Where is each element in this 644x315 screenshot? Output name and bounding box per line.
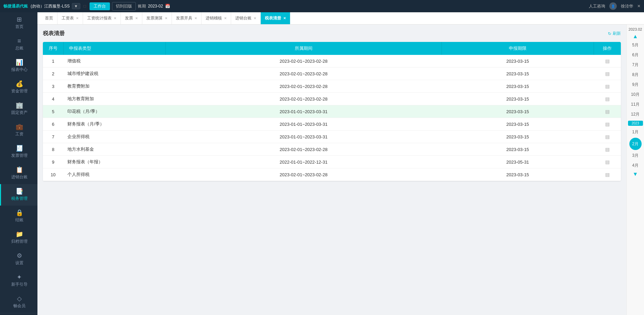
tab-purchase-ledger-close[interactable]: ✕	[254, 16, 256, 20]
tab-purchase-ledger-label: 进销台账	[235, 15, 252, 21]
app-logo: 畅捷通易代账	[3, 3, 28, 9]
sidebar-item-report[interactable]: 📊 报表中心	[0, 55, 37, 77]
cal-month-jan[interactable]: 1月	[628, 128, 643, 136]
guide-icon: ✦	[17, 274, 22, 280]
action-icon-5[interactable]: ▤	[605, 121, 610, 127]
cell-deadline-8: 2023-05-31	[442, 156, 594, 168]
cell-no-2: 3	[43, 80, 63, 93]
cell-deadline-0: 2023-03-15	[442, 55, 594, 68]
cal-month-10[interactable]: 10月	[628, 90, 643, 99]
cal-month-8[interactable]: 8月	[628, 71, 643, 79]
tab-invoice-label: 发票	[125, 15, 133, 21]
cal-month-12[interactable]: 12月	[628, 110, 643, 119]
tab-tax-register-close[interactable]: ✕	[283, 16, 286, 20]
sidebar-item-salary[interactable]: 💼 工资	[0, 120, 37, 141]
action-icon-8[interactable]: ▤	[605, 159, 610, 165]
cell-action-3[interactable]: ▤	[594, 93, 621, 105]
action-icon-4[interactable]: ▤	[605, 109, 610, 114]
cell-action-2[interactable]: ▤	[594, 80, 621, 93]
tab-salary-stats-close[interactable]: ✕	[114, 16, 116, 20]
ledger-icon: ≡	[17, 38, 21, 44]
cell-action-7[interactable]: ▤	[594, 143, 621, 156]
cal-month-feb-active[interactable]: 2月	[629, 138, 642, 150]
table-row: 6 财务报表（月/季） 2023-01-01~2023-03-31 2023-0…	[43, 118, 621, 131]
tab-invoice-calc[interactable]: 发票测算 ✕	[142, 12, 172, 25]
company-dropdown[interactable]: ▼	[72, 3, 80, 9]
tab-salary-table-close[interactable]: ✕	[76, 16, 79, 20]
tab-salary-table[interactable]: 工资表 ✕	[58, 12, 83, 25]
cell-action-8[interactable]: ▤	[594, 156, 621, 168]
main-layout: ⊞ 首页 ≡ 总账 📊 报表中心 💰 资金管理 🏢 固定资产 💼 工资 🧾 发票…	[0, 12, 644, 315]
switch-old-button[interactable]: 切到旧版	[112, 2, 136, 11]
action-icon-6[interactable]: ▤	[605, 134, 610, 139]
action-icon-3[interactable]: ▤	[605, 96, 610, 102]
cell-action-1[interactable]: ▤	[594, 68, 621, 80]
sidebar-item-settings[interactable]: ⚙ 设置	[0, 249, 37, 270]
tab-purchase-ledger[interactable]: 进销台账 ✕	[231, 12, 261, 25]
cal-month-6[interactable]: 6月	[628, 51, 643, 59]
tab-tax-register-label: 税表清册	[265, 15, 281, 21]
sidebar-item-fixed-assets[interactable]: 🏢 固定资产	[0, 98, 37, 120]
action-icon-1[interactable]: ▤	[605, 71, 610, 76]
tab-salary-stats-label: 工资统计报表	[87, 15, 112, 21]
close-icon[interactable]: ✕	[637, 4, 641, 9]
tab-home[interactable]: 首页	[41, 12, 58, 25]
sidebar-label-purchase-sales: 进销台账	[11, 174, 28, 180]
tab-invoice-calc-close[interactable]: ✕	[165, 16, 167, 20]
table-row: 3 教育费附加 2023-02-01~2023-02-28 2023-03-15…	[43, 80, 621, 93]
sidebar-item-home[interactable]: ⊞ 首页	[0, 12, 37, 34]
cell-action-6[interactable]: ▤	[594, 131, 621, 143]
sidebar-item-guide[interactable]: ✦ 新手引导	[0, 270, 37, 291]
tab-invoice[interactable]: 发票 ✕	[121, 12, 142, 25]
sidebar-label-ledger: 总账	[15, 45, 23, 51]
action-icon-2[interactable]: ▤	[605, 84, 610, 89]
cell-action-4[interactable]: ▤	[594, 105, 621, 118]
calendar-up-button[interactable]: ▲	[632, 33, 639, 40]
cal-month-mar[interactable]: 3月	[628, 151, 643, 160]
cell-type-5: 财务报表（月/季）	[63, 118, 165, 131]
sidebar-item-archive[interactable]: 📁 归档管理	[0, 227, 37, 249]
cell-deadline-9: 2023-03-15	[442, 168, 594, 181]
action-icon-7[interactable]: ▤	[605, 147, 610, 152]
sidebar: ⊞ 首页 ≡ 总账 📊 报表中心 💰 资金管理 🏢 固定资产 💼 工资 🧾 发票…	[0, 12, 37, 315]
sidebar-label-capital: 资金管理	[11, 88, 28, 94]
cal-month-apr[interactable]: 4月	[628, 161, 643, 170]
tab-invoice-issue[interactable]: 发票开具 ✕	[172, 12, 202, 25]
sidebar-label-invoice-mgmt: 发票管理	[11, 153, 28, 159]
tab-tax-register[interactable]: 税表清册 ✕	[261, 12, 290, 25]
content-area: 首页 工资表 ✕ 工资统计报表 ✕ 发票 ✕ 发票测算 ✕ 发票开具 ✕	[37, 12, 644, 315]
workbench-button[interactable]: 工作台	[90, 2, 110, 10]
cell-action-0[interactable]: ▤	[594, 55, 621, 68]
sidebar-item-ledger[interactable]: ≡ 总账	[0, 34, 37, 55]
sidebar-item-capital[interactable]: 💰 资金管理	[0, 77, 37, 98]
cancel-fixed-button[interactable]: ⊞ 取消固定	[0, 313, 37, 315]
refresh-button[interactable]: ↻ 刷新	[608, 31, 621, 36]
cell-period-4: 2023-01-01~2023-03-31	[165, 105, 442, 118]
cal-month-5[interactable]: 5月	[628, 41, 643, 49]
cell-action-9[interactable]: ▤	[594, 168, 621, 181]
sidebar-label-member: 畅会员	[13, 303, 26, 309]
calendar-down-button[interactable]: ▼	[632, 170, 639, 178]
sidebar-item-purchase-sales[interactable]: 📋 进销台账	[0, 163, 37, 184]
tab-purchase-check-close[interactable]: ✕	[224, 16, 227, 20]
tab-invoice-issue-close[interactable]: ✕	[194, 16, 197, 20]
cell-no-4: 5	[43, 105, 63, 118]
action-icon-0[interactable]: ▤	[605, 58, 610, 64]
cell-deadline-3: 2023-03-15	[442, 93, 594, 105]
year-2023-label[interactable]: 2023	[628, 121, 643, 126]
cal-month-9[interactable]: 9月	[628, 80, 643, 89]
capital-icon: 💰	[16, 81, 23, 87]
tab-invoice-close[interactable]: ✕	[135, 16, 138, 20]
action-icon-9[interactable]: ▤	[605, 172, 610, 177]
tab-salary-stats[interactable]: 工资统计报表 ✕	[83, 12, 121, 25]
tab-purchase-check[interactable]: 进销稽核 ✕	[202, 12, 231, 25]
sidebar-item-invoice-mgmt[interactable]: 🧾 发票管理	[0, 141, 37, 163]
cell-action-5[interactable]: ▤	[594, 118, 621, 131]
calendar-icon[interactable]: 📅	[165, 4, 170, 9]
cal-month-7[interactable]: 7月	[628, 61, 643, 69]
cal-month-11[interactable]: 11月	[628, 100, 643, 109]
human-consult[interactable]: 人工咨询	[589, 3, 605, 9]
sidebar-item-closing[interactable]: 🔒 结账	[0, 206, 37, 227]
sidebar-item-member[interactable]: ◇ 畅会员	[0, 291, 37, 313]
sidebar-item-tax-mgmt[interactable]: 📑 税务管理	[0, 184, 37, 206]
